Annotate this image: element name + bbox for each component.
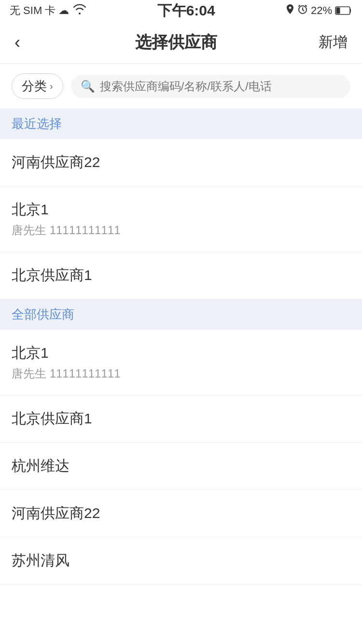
list-item[interactable]: 杭州维达 xyxy=(0,443,362,490)
status-left: 无 SIM 卡 ☁ xyxy=(10,3,86,18)
chevron-right-icon: › xyxy=(50,81,53,92)
status-bar: 无 SIM 卡 ☁ 下午6:04 22% xyxy=(0,0,362,21)
alarm-icon xyxy=(297,4,308,17)
battery-icon xyxy=(335,6,352,15)
search-input-wrap[interactable]: 🔍 xyxy=(71,75,350,98)
list-item[interactable]: 北京供应商1 xyxy=(0,395,362,443)
recent-list: 河南供应商22北京1唐先生 11111111111北京供应商1 xyxy=(0,139,362,299)
item-name: 北京供应商1 xyxy=(12,266,350,285)
no-sim-label: 无 SIM 卡 ☁ xyxy=(10,3,69,18)
item-name: 杭州维达 xyxy=(12,456,350,476)
item-sub: 唐先生 11111111111 xyxy=(12,223,350,238)
search-bar: 分类 › 🔍 xyxy=(0,64,362,109)
svg-rect-2 xyxy=(336,8,340,14)
list-item[interactable]: 北京供应商1 xyxy=(0,252,362,299)
status-right: 22% xyxy=(286,4,352,17)
search-input[interactable] xyxy=(100,80,341,93)
list-item[interactable]: 河南供应商22 xyxy=(0,490,362,537)
item-name: 河南供应商22 xyxy=(12,153,350,172)
all-list: 北京1唐先生 11111111111北京供应商1杭州维达河南供应商22苏州清风 xyxy=(0,330,362,585)
category-button[interactable]: 分类 › xyxy=(12,73,63,99)
list-item[interactable]: 河南供应商22 xyxy=(0,139,362,186)
search-icon: 🔍 xyxy=(81,80,95,93)
item-name: 北京供应商1 xyxy=(12,409,350,429)
item-name: 河南供应商22 xyxy=(12,504,350,523)
item-sub: 唐先生 11111111111 xyxy=(12,366,350,381)
status-time: 下午6:04 xyxy=(157,1,215,21)
nav-bar: ‹ 选择供应商 新增 xyxy=(0,21,362,64)
item-name: 北京1 xyxy=(12,343,350,363)
list-item[interactable]: 北京1唐先生 11111111111 xyxy=(0,330,362,395)
list-item[interactable]: 北京1唐先生 11111111111 xyxy=(0,186,362,252)
back-button[interactable]: ‹ xyxy=(14,32,43,53)
category-label: 分类 xyxy=(22,78,47,95)
battery-label: 22% xyxy=(311,4,332,17)
page-title: 选择供应商 xyxy=(135,31,217,54)
item-name: 北京1 xyxy=(12,200,350,220)
item-name: 苏州清风 xyxy=(12,551,350,571)
list-item[interactable]: 苏州清风 xyxy=(0,537,362,585)
add-button[interactable]: 新增 xyxy=(309,32,348,52)
recent-section-header: 最近选择 xyxy=(0,109,362,139)
all-section-header: 全部供应商 xyxy=(0,299,362,330)
location-icon xyxy=(286,4,294,17)
wifi-icon xyxy=(73,4,86,17)
